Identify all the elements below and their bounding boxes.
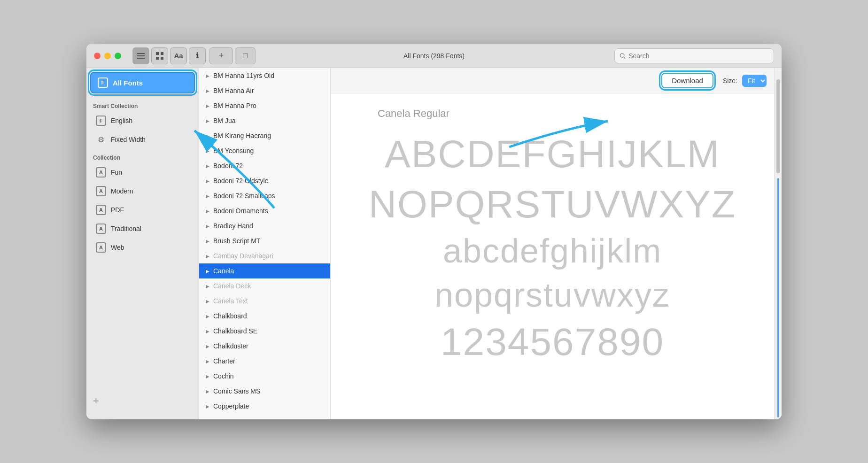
preview-uppercase-second: NOPQRSTUVWXYZ bbox=[369, 179, 736, 230]
font-item-bm-hanna-11yrs[interactable]: ▶ BM Hanna 11yrs Old bbox=[199, 68, 330, 83]
svg-rect-3 bbox=[156, 52, 159, 55]
square-icon: ☐ bbox=[242, 52, 248, 60]
pdf-icon: A bbox=[96, 205, 106, 215]
font-preview-button[interactable]: Aa bbox=[170, 47, 187, 64]
font-item-label: BM Hanna 11yrs Old bbox=[213, 72, 274, 79]
font-item-chalkduster[interactable]: ▶ Chalkduster bbox=[199, 339, 330, 354]
scrollbar-thumb[interactable] bbox=[776, 79, 780, 173]
font-item-label: Bodoni 72 bbox=[213, 162, 243, 170]
smart-collection-title: Smart Collection bbox=[86, 97, 199, 111]
preview-font-name: Canela Regular bbox=[378, 108, 450, 120]
font-item-bm-kirang-haerang[interactable]: ▶ BM Kirang Haerang bbox=[199, 128, 330, 143]
arrow-icon: ▶ bbox=[206, 404, 209, 409]
download-button[interactable]: Download bbox=[661, 73, 713, 88]
preview-content: Canela Regular ABCDEFGHIJKLM NOPQRSTUVWX… bbox=[331, 93, 774, 419]
font-item-label: Charter bbox=[213, 357, 235, 365]
font-item-canela-text[interactable]: ▶ Canela Text bbox=[199, 293, 330, 309]
font-item-bm-yeonsung[interactable]: ▶ BM Yeonsung bbox=[199, 143, 330, 158]
font-item-chalkboard-se[interactable]: ▶ Chalkboard SE bbox=[199, 324, 330, 339]
size-label: Size: bbox=[723, 77, 737, 85]
arrow-icon: ▶ bbox=[206, 374, 209, 379]
font-item-cochin[interactable]: ▶ Cochin bbox=[199, 369, 330, 384]
app-window: Aa ℹ + ☐ All Fonts (298 Fonts) F All Fon… bbox=[86, 44, 782, 419]
close-button[interactable] bbox=[94, 53, 101, 59]
minimize-button[interactable] bbox=[104, 53, 111, 59]
font-item-label: Chalkboard SE bbox=[213, 327, 257, 335]
sidebar-item-web[interactable]: A Web bbox=[89, 239, 196, 256]
preview-scrollbar[interactable] bbox=[774, 68, 782, 419]
font-item-canela-deck[interactable]: ▶ Canela Deck bbox=[199, 278, 330, 293]
font-aa-icon: Aa bbox=[174, 52, 183, 60]
font-item-charter[interactable]: ▶ Charter bbox=[199, 354, 330, 369]
add-collection-sidebar-button[interactable]: + bbox=[86, 390, 199, 412]
search-input[interactable] bbox=[628, 52, 769, 60]
preview-characters: ABCDEFGHIJKLM NOPQRSTUVWXYZ abcdefghijkl… bbox=[369, 129, 736, 367]
main-content: F All Fonts Smart Collection F English ⚙… bbox=[86, 68, 782, 419]
arrow-icon: ▶ bbox=[206, 163, 209, 169]
sidebar-item-traditional[interactable]: A Traditional bbox=[89, 220, 196, 238]
english-label: English bbox=[111, 117, 132, 124]
font-item-label: Bodoni Ornaments bbox=[213, 207, 268, 215]
arrow-icon: ▶ bbox=[206, 178, 209, 184]
font-item-bodoni-72-smallcaps[interactable]: ▶ Bodoni 72 Smallcaps bbox=[199, 188, 330, 203]
font-item-bradley-hand[interactable]: ▶ Bradley Hand bbox=[199, 218, 330, 233]
traditional-icon: A bbox=[96, 224, 106, 234]
font-item-bodoni-72-oldstyle[interactable]: ▶ Bodoni 72 Oldstyle bbox=[199, 173, 330, 188]
font-item-label: BM Hanna Pro bbox=[213, 102, 256, 109]
font-item-comic-sans[interactable]: ▶ Comic Sans MS bbox=[199, 384, 330, 399]
modern-icon: A bbox=[96, 186, 106, 196]
fun-icon: A bbox=[96, 167, 106, 177]
font-item-bm-hanna-air[interactable]: ▶ BM Hanna Air bbox=[199, 83, 330, 98]
font-item-canela[interactable]: ▶ Canela bbox=[199, 263, 330, 278]
info-button[interactable]: ℹ bbox=[189, 47, 206, 64]
fullscreen-button[interactable] bbox=[115, 53, 121, 59]
sidebar-item-all-fonts[interactable]: F All Fonts bbox=[90, 72, 195, 93]
preview-uppercase-first: ABCDEFGHIJKLM bbox=[369, 129, 736, 179]
arrow-icon: ▶ bbox=[206, 284, 209, 289]
font-item-copperplate[interactable]: ▶ Copperplate bbox=[199, 399, 330, 414]
svg-rect-5 bbox=[156, 57, 159, 60]
font-item-label: BM Yeonsung bbox=[213, 147, 254, 154]
web-icon: A bbox=[96, 242, 106, 253]
sidebar-item-pdf[interactable]: A PDF bbox=[89, 201, 196, 219]
pdf-label: PDF bbox=[111, 206, 124, 214]
collection-title: Collection bbox=[86, 149, 199, 163]
font-item-label: BM Kirang Haerang bbox=[213, 132, 271, 139]
font-item-chalkboard[interactable]: ▶ Chalkboard bbox=[199, 309, 330, 324]
font-item-label: Chalkduster bbox=[213, 342, 248, 350]
font-item-cambay-devanagari[interactable]: ▶ Cambay Devanagari bbox=[199, 248, 330, 263]
grid-view-button[interactable] bbox=[151, 47, 168, 64]
font-item-bodoni-ornaments[interactable]: ▶ Bodoni Ornaments bbox=[199, 203, 330, 218]
font-item-label: BM Jua bbox=[213, 117, 235, 124]
sidebar-item-english[interactable]: F English bbox=[89, 112, 196, 130]
modern-label: Modern bbox=[111, 187, 133, 195]
font-item-label: Cambay Devanagari bbox=[213, 252, 273, 260]
font-item-bodoni-72[interactable]: ▶ Bodoni 72 bbox=[199, 158, 330, 173]
font-item-brush-script[interactable]: ▶ Brush Script MT bbox=[199, 233, 330, 248]
info-icon: ℹ bbox=[196, 51, 199, 60]
preview-lowercase-first: abcdefghijklm bbox=[369, 229, 736, 273]
add-collection-button[interactable]: + bbox=[209, 47, 233, 64]
svg-rect-1 bbox=[137, 55, 145, 56]
arrow-icon: ▶ bbox=[206, 73, 209, 78]
svg-line-8 bbox=[624, 57, 625, 58]
fixed-width-label: Fixed Width bbox=[111, 136, 146, 143]
sidebar-item-fun[interactable]: A Fun bbox=[89, 163, 196, 181]
arrow-icon: ▶ bbox=[206, 269, 209, 274]
arrow-icon: ▶ bbox=[206, 88, 209, 93]
font-item-bm-hanna-pro[interactable]: ▶ BM Hanna Pro bbox=[199, 98, 330, 113]
size-select[interactable]: Fit bbox=[742, 75, 767, 87]
sidebar-toggle-button[interactable] bbox=[132, 47, 149, 64]
font-item-bm-jua[interactable]: ▶ BM Jua bbox=[199, 113, 330, 128]
plus-icon: + bbox=[219, 51, 224, 61]
font-item-label: Canela bbox=[213, 267, 234, 275]
arrow-icon: ▶ bbox=[206, 329, 209, 334]
view-toggle-button[interactable]: ☐ bbox=[235, 47, 256, 64]
sidebar-item-fixed-width[interactable]: ⚙ Fixed Width bbox=[89, 131, 196, 148]
arrow-icon: ▶ bbox=[206, 254, 209, 259]
search-bar[interactable] bbox=[614, 48, 774, 63]
font-item-label: Bodoni 72 Oldstyle bbox=[213, 177, 269, 185]
font-item-label: Cochin bbox=[213, 372, 234, 380]
sidebar-item-modern[interactable]: A Modern bbox=[89, 182, 196, 200]
toolbar-left: Aa ℹ bbox=[132, 47, 206, 64]
